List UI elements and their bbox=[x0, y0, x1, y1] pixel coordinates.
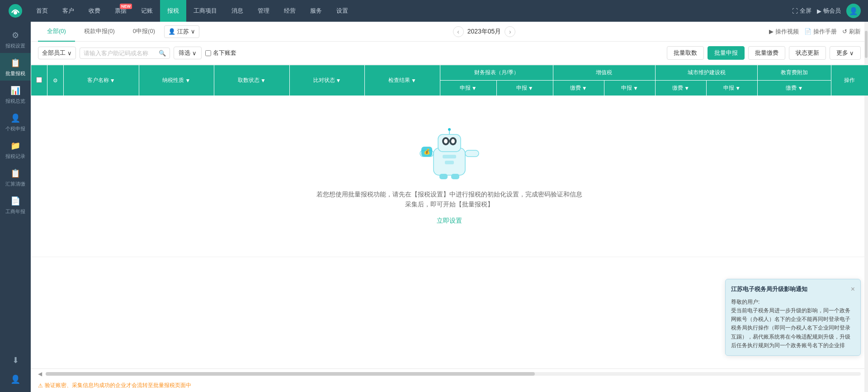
setup-link[interactable]: 立即设置 bbox=[437, 217, 462, 225]
bottom-scroll-container: ◀ bbox=[31, 368, 868, 379]
tab-bar: 全部(0) 税款申报(0) 0申报(0) 👤 江苏 ∨ ‹ 2023年05月 › bbox=[31, 22, 868, 42]
sidebar-item-personal-tax[interactable]: 👤 个税申报 bbox=[0, 108, 31, 136]
notification-close-button[interactable]: × bbox=[851, 286, 855, 293]
operation-video-button[interactable]: ▶ 操作视频 bbox=[769, 28, 799, 36]
book-icon: 📄 bbox=[804, 28, 811, 35]
filter-icon-fin-declare[interactable]: ▼ bbox=[472, 85, 477, 91]
toolbar: 全部员工 ∨ 🔍 筛选 ∨ 名下账套 批量取数 批量申报 批量缴费 状态更新 bbox=[31, 42, 868, 65]
search-input[interactable] bbox=[84, 50, 156, 57]
svg-rect-16 bbox=[443, 155, 456, 158]
nav-home[interactable]: 首页 bbox=[29, 0, 55, 22]
sidebar-item-annual-report[interactable]: 📄 工商年报 bbox=[0, 191, 31, 219]
filter-icon-customer[interactable]: ▼ bbox=[110, 77, 115, 84]
tab-right-actions: ▶ 操作视频 📄 操作手册 ↺ 刷新 bbox=[769, 28, 861, 36]
filter-dropdown-icon: ∨ bbox=[192, 50, 197, 57]
filter-icon-fetch[interactable]: ▼ bbox=[260, 77, 266, 84]
filter-button[interactable]: 筛选 ∨ bbox=[174, 47, 202, 59]
tax-settings-label: 报税设置 bbox=[5, 43, 25, 49]
vip-button[interactable]: ▶ 畅会员 bbox=[817, 7, 841, 15]
svg-point-6 bbox=[444, 139, 448, 143]
svg-rect-11 bbox=[465, 150, 479, 157]
month-navigation: ‹ 2023年05月 › bbox=[453, 26, 516, 37]
nav-accounting[interactable]: 记账 bbox=[134, 0, 160, 22]
sidebar-item-tax-settings[interactable]: ⚙ 报税设置 bbox=[0, 25, 31, 53]
sidebar-item-tax-overview[interactable]: 📊 报税总览 bbox=[0, 81, 31, 108]
nav-business[interactable]: 工商项目 bbox=[186, 0, 224, 22]
more-button[interactable]: 更多 ∨ bbox=[830, 46, 861, 60]
nav-invoice[interactable]: 票据 NEW bbox=[108, 0, 134, 22]
tax-record-label: 报税记录 bbox=[5, 153, 25, 160]
batch-fetch-button[interactable]: 批量取数 bbox=[667, 46, 704, 60]
scroll-thumb bbox=[46, 372, 535, 376]
empty-text: 若您想使用批量报税功能，请先在【报税设置】中进行报税的初始化设置，完成密码验证和… bbox=[314, 189, 585, 210]
accounts-checkbox[interactable] bbox=[205, 50, 211, 56]
province-icon: 👤 bbox=[168, 28, 175, 35]
fullscreen-button[interactable]: ⛶ 全屏 bbox=[792, 7, 811, 15]
sidebar-item-user[interactable]: 👤 bbox=[0, 369, 31, 388]
settlement-icon: 📋 bbox=[10, 168, 21, 179]
nav-manage[interactable]: 管理 bbox=[250, 0, 277, 22]
notification-text: 受当前电子税务局进一步升级的影响，同一个政务网账号（办税人）名下的企业不能再同时… bbox=[731, 306, 855, 350]
th-city-pay: 缴费 ▼ bbox=[656, 81, 707, 96]
accounts-checkbox-label[interactable]: 名下账套 bbox=[205, 49, 236, 57]
refresh-icon: ↺ bbox=[842, 28, 847, 35]
dropdown-icon: ∨ bbox=[67, 50, 72, 57]
nav-customer[interactable]: 客户 bbox=[55, 0, 81, 22]
filter-icon-edu-declare[interactable]: ▼ bbox=[735, 85, 741, 91]
sidebar-item-download[interactable]: ⬇ bbox=[0, 350, 31, 369]
horizontal-scrollbar[interactable] bbox=[46, 372, 861, 376]
filter-icon-vat-declare[interactable]: ▼ bbox=[528, 85, 533, 91]
nav-items: 首页 客户 收费 票据 NEW 记账 报税 工商项目 消息 管理 经营 服务 设… bbox=[29, 0, 792, 22]
th-financial-report: 财务报表（月/季） bbox=[440, 65, 553, 81]
th-customer-name: 客户名称 ▼ bbox=[64, 65, 139, 96]
more-dropdown-icon: ∨ bbox=[849, 50, 854, 57]
th-edu-pay: 缴费 ▼ bbox=[758, 81, 831, 96]
tab-tax-declaration[interactable]: 税款申报(0) bbox=[75, 22, 124, 42]
user-avatar[interactable]: 👤 bbox=[846, 4, 861, 18]
province-selector[interactable]: 👤 江苏 ∨ bbox=[164, 25, 199, 38]
employee-select[interactable]: 全部员工 ∨ bbox=[38, 47, 76, 59]
th-vat: 增值税 bbox=[553, 65, 655, 81]
tax-overview-label: 报税总览 bbox=[5, 98, 25, 105]
empty-state: 💰 若您想使用批量报税功能，请先在【报税设 bbox=[35, 100, 864, 252]
prev-month-button[interactable]: ‹ bbox=[453, 26, 464, 37]
th-city-maintenance-tax: 城市维护建设税 bbox=[656, 65, 758, 81]
nav-service[interactable]: 服务 bbox=[303, 0, 329, 22]
notification-header: 江苏电子税务局升级影响通知 × bbox=[731, 285, 855, 294]
sidebar-item-tax-record[interactable]: 📁 报税记录 bbox=[0, 136, 31, 163]
filter-icon-compare[interactable]: ▼ bbox=[336, 77, 341, 84]
sidebar-item-settlement[interactable]: 📋 汇算清缴 bbox=[0, 163, 31, 191]
tax-overview-icon: 📊 bbox=[10, 85, 21, 96]
batch-declare-button[interactable]: 批量申报 bbox=[708, 46, 745, 60]
batch-pay-button[interactable]: 批量缴费 bbox=[748, 46, 785, 60]
filter-icon-city-pay[interactable]: ▼ bbox=[684, 85, 689, 91]
search-icon[interactable]: 🔍 bbox=[159, 50, 166, 57]
batch-tax-icon: 📋 bbox=[10, 57, 21, 68]
filter-icon-vat-pay[interactable]: ▼ bbox=[582, 85, 587, 91]
settlement-label: 汇算清缴 bbox=[5, 181, 25, 187]
filter-icon-check[interactable]: ▼ bbox=[411, 77, 416, 84]
nav-settings[interactable]: 设置 bbox=[329, 0, 355, 22]
operation-manual-button[interactable]: 📄 操作手册 bbox=[804, 28, 837, 36]
filter-icon-tax-type[interactable]: ▼ bbox=[185, 77, 190, 84]
top-navigation: 首页 客户 收费 票据 NEW 记账 报税 工商项目 消息 管理 经营 服务 设… bbox=[0, 0, 868, 22]
refresh-button[interactable]: ↺ 刷新 bbox=[842, 28, 861, 36]
warning-icon: ⚠ bbox=[38, 382, 43, 389]
nav-operation[interactable]: 经营 bbox=[277, 0, 303, 22]
filter-icon-city-declare[interactable]: ▼ bbox=[633, 85, 638, 91]
tab-all[interactable]: 全部(0) bbox=[38, 22, 75, 42]
table-settings-icon[interactable]: ⚙ bbox=[53, 77, 58, 84]
select-all-checkbox[interactable] bbox=[36, 77, 42, 83]
filter-icon-edu-pay[interactable]: ▼ bbox=[797, 85, 803, 91]
next-month-button[interactable]: › bbox=[505, 26, 515, 37]
status-update-button[interactable]: 状态更新 bbox=[789, 46, 826, 60]
scroll-left-arrow[interactable]: ◀ bbox=[38, 371, 42, 377]
tab-zero-declaration[interactable]: 0申报(0) bbox=[124, 22, 164, 42]
nav-tax[interactable]: 报税 bbox=[160, 0, 186, 22]
sidebar-item-batch-tax[interactable]: 📋 批量报税 bbox=[0, 53, 31, 81]
annual-report-icon: 📄 bbox=[10, 196, 21, 206]
nav-billing[interactable]: 收费 bbox=[81, 0, 108, 22]
annual-report-label: 工商年报 bbox=[5, 208, 25, 215]
nav-message[interactable]: 消息 bbox=[224, 0, 250, 22]
warning-bar: ⚠ 验证账密、采集信息均成功的企业才会流转至批量报税页面中 bbox=[31, 379, 868, 392]
